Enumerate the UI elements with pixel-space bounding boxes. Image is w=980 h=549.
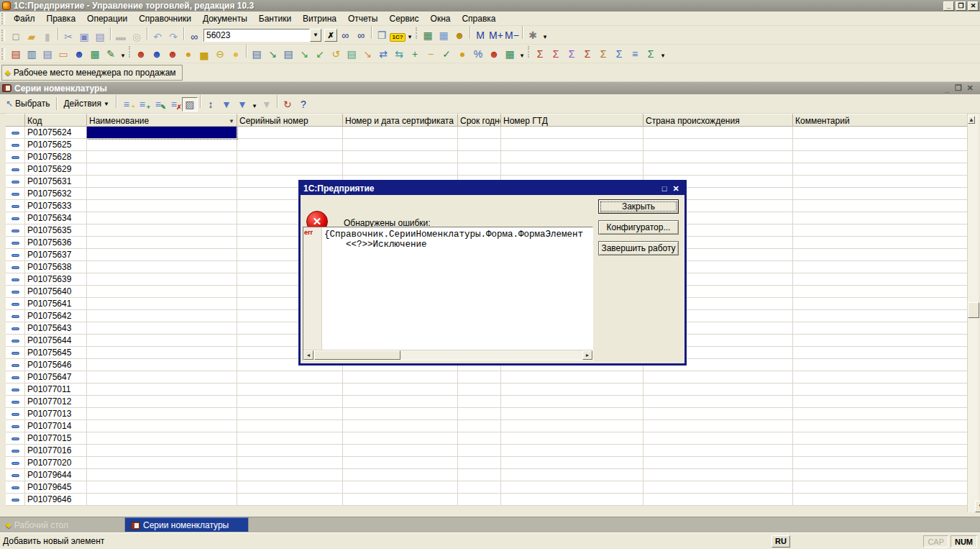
table-row[interactable]: P01075628 xyxy=(6,151,967,163)
cut-icon[interactable]: ✂ xyxy=(60,30,76,44)
comment-cell[interactable] xyxy=(793,457,967,469)
comment-cell[interactable] xyxy=(793,371,967,384)
expiry-cell[interactable] xyxy=(458,494,501,506)
table-row[interactable]: P01075629 xyxy=(6,163,967,176)
table-row[interactable]: P01077020 xyxy=(6,457,967,469)
print-document-icon[interactable]: ▤ xyxy=(40,47,55,61)
marker-cell[interactable] xyxy=(6,335,25,347)
code-cell[interactable]: P01075632 xyxy=(25,188,87,200)
calculator-icon[interactable]: ▦ xyxy=(420,28,436,42)
comment-cell[interactable] xyxy=(793,335,967,347)
marker-cell[interactable] xyxy=(6,151,25,163)
money-flow-icon[interactable]: ↺ xyxy=(328,47,344,61)
comment-cell[interactable] xyxy=(793,261,967,273)
comment-cell[interactable] xyxy=(793,286,967,298)
marker-cell[interactable] xyxy=(6,384,25,396)
marker-cell[interactable] xyxy=(6,286,25,298)
code-cell[interactable]: P01075641 xyxy=(25,298,87,310)
name-cell[interactable] xyxy=(87,310,237,322)
serial-cell[interactable] xyxy=(237,445,343,457)
comment-cell[interactable] xyxy=(793,494,967,506)
redo-icon[interactable]: ↷ xyxy=(165,30,181,44)
employees-icon[interactable]: ☻ xyxy=(71,47,87,61)
expiry-cell[interactable] xyxy=(458,481,501,494)
close-icon[interactable]: ✕ xyxy=(968,1,979,11)
code-cell[interactable]: P01075647 xyxy=(25,371,87,384)
code-cell[interactable]: P01075645 xyxy=(25,347,87,359)
comment-cell[interactable] xyxy=(793,384,967,396)
marker-cell[interactable] xyxy=(6,396,25,408)
find-icon[interactable]: ∞ xyxy=(186,30,202,44)
menu-item[interactable]: Витрина xyxy=(297,12,342,25)
code-cell[interactable]: P01075634 xyxy=(25,212,87,224)
name-cell[interactable] xyxy=(87,298,237,310)
comment-cell[interactable] xyxy=(793,359,967,371)
expiry-cell[interactable] xyxy=(458,127,501,139)
header-country[interactable]: Страна происхождения xyxy=(644,114,793,127)
country-cell[interactable] xyxy=(644,432,793,445)
scrollbar-thumb[interactable] xyxy=(968,302,979,318)
gtd-cell[interactable] xyxy=(501,396,644,408)
header-certificate[interactable]: Номер и дата сертификата xyxy=(343,114,458,127)
search-input[interactable] xyxy=(203,29,310,42)
open-icon[interactable]: ▰ xyxy=(24,30,40,44)
print-preview-icon[interactable]: ◎ xyxy=(129,30,145,44)
comment-cell[interactable] xyxy=(793,188,967,200)
code-cell[interactable]: P01075640 xyxy=(25,286,87,298)
gtd-cell[interactable] xyxy=(501,469,644,481)
copy-icon[interactable]: ▣ xyxy=(76,30,92,44)
name-cell[interactable] xyxy=(87,396,237,408)
code-cell[interactable]: P01075643 xyxy=(25,322,87,335)
marker-cell[interactable] xyxy=(6,237,25,249)
calc-dropdown-icon[interactable]: ▾ xyxy=(119,49,127,63)
gtd-cell[interactable] xyxy=(501,408,644,420)
actions-button[interactable]: Действия ▼ xyxy=(59,97,114,110)
certificate-cell[interactable] xyxy=(343,420,458,432)
memory-button[interactable]: M xyxy=(472,28,488,42)
code-cell[interactable]: P01077014 xyxy=(25,420,87,432)
select-button[interactable]: ↖ Выбрать xyxy=(1,97,54,110)
marker-cell[interactable] xyxy=(6,359,25,371)
refresh-icon[interactable]: ↻ xyxy=(280,97,296,112)
print-form-icon[interactable]: ▭ xyxy=(55,47,71,61)
comment-cell[interactable] xyxy=(793,298,967,310)
certificate-cell[interactable] xyxy=(343,494,458,506)
code-cell[interactable]: P01075642 xyxy=(25,310,87,322)
help-dropdown-icon[interactable]: ▾ xyxy=(406,30,414,45)
code-cell[interactable]: P01075644 xyxy=(25,335,87,347)
name-cell[interactable] xyxy=(87,176,237,188)
name-cell[interactable] xyxy=(87,384,237,396)
document-approve-icon[interactable]: ✓ xyxy=(439,47,454,61)
discount-document-icon[interactable]: % xyxy=(470,47,486,61)
clear-filter-icon[interactable]: ▼ xyxy=(259,97,275,112)
report-check-icon[interactable]: Σ xyxy=(643,47,659,61)
country-cell[interactable] xyxy=(644,408,793,420)
comment-cell[interactable] xyxy=(793,237,967,249)
terminate-button[interactable]: Завершить работу xyxy=(598,241,679,255)
marker-cell[interactable] xyxy=(6,310,25,322)
report-list-icon[interactable]: ≡ xyxy=(627,47,643,61)
marker-cell[interactable] xyxy=(6,249,25,261)
header-name[interactable]: Наименование▼ xyxy=(87,114,237,127)
child-minimize-icon[interactable]: _ xyxy=(941,84,953,93)
dialog-restore-icon[interactable]: □ xyxy=(659,184,670,193)
find-previous-icon[interactable]: ∞ xyxy=(353,28,369,42)
cash-register-icon[interactable]: ▥ xyxy=(24,47,40,61)
header-comment[interactable]: Комментарий xyxy=(793,114,967,127)
report-sales-icon[interactable]: Σ xyxy=(532,47,548,61)
expiry-cell[interactable] xyxy=(458,445,501,457)
certificate-cell[interactable] xyxy=(343,127,458,139)
gtd-cell[interactable] xyxy=(501,420,644,432)
coins-pair-icon[interactable]: ● xyxy=(454,47,470,61)
marker-cell[interactable] xyxy=(6,273,25,286)
menu-item[interactable]: Бантики xyxy=(253,12,297,25)
serial-cell[interactable] xyxy=(237,469,343,481)
paste-icon[interactable]: ▤ xyxy=(92,30,108,44)
help-icon[interactable]: ? xyxy=(296,97,311,112)
tab-series[interactable]: Серии номенклатуры xyxy=(125,517,249,532)
document-photo-icon[interactable]: ▤ xyxy=(344,47,360,61)
payments-icon[interactable]: ● xyxy=(180,47,196,61)
serial-cell[interactable] xyxy=(237,127,343,139)
name-cell[interactable] xyxy=(87,371,237,384)
name-cell[interactable] xyxy=(87,347,237,359)
